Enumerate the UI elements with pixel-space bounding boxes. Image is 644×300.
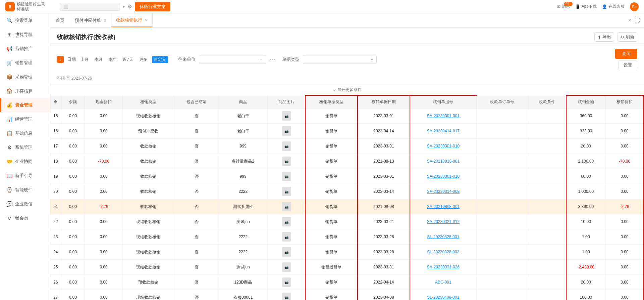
- row-bill-type: 销货单: [305, 109, 358, 124]
- table-row: 15 0.00 0.00 现结收款核销 否 老白干 📷 销货单 2023-03-…: [50, 109, 644, 124]
- page-title: 收款核销执行(按收款): [57, 33, 115, 41]
- col-amount: 核销金额: [566, 95, 606, 109]
- row-bill-no[interactable]: SA-20230314-008: [410, 184, 477, 199]
- row-discount: 0.00: [606, 275, 644, 290]
- partner-input[interactable]: ⋯: [199, 55, 266, 64]
- tab-prepay-close-icon[interactable]: ×: [104, 18, 106, 23]
- row-bill-no[interactable]: SA-20230414-017: [410, 124, 477, 139]
- filter-expand-arrow[interactable]: »: [57, 56, 64, 63]
- row-bill-type: 销货单: [305, 214, 358, 229]
- tab-expand-icon[interactable]: ⛶: [633, 16, 641, 25]
- row-order-no: [476, 229, 528, 245]
- bill-no-link[interactable]: ABC-001: [435, 280, 451, 285]
- row-condition: [528, 124, 566, 139]
- top-bar-right: ✉ 消息 99+ 📱 App下载 👤 在线客服 Rit: [557, 2, 639, 11]
- sidebar-item-enterprise[interactable]: 🤝 企业协同: [0, 155, 50, 169]
- row-bill-no[interactable]: SA-20230301-010: [410, 169, 477, 184]
- query-button[interactable]: 查询: [615, 49, 637, 59]
- row-order-no: [476, 260, 528, 275]
- gear-icon[interactable]: ⚙: [127, 3, 132, 10]
- sidebar-item-inventory[interactable]: 🏠 库存核算: [0, 84, 50, 98]
- logo: 6 畅捷通谱好生意 标准版: [5, 2, 56, 11]
- row-bill-no[interactable]: ABC-001: [410, 275, 477, 290]
- row-verify-type: 预收款核销: [122, 275, 174, 290]
- row-condition: [528, 290, 566, 300]
- sidebar-item-system[interactable]: ⚙ 系统管理: [0, 140, 50, 155]
- sidebar-item-purchase[interactable]: 📦 采购管理: [0, 70, 50, 84]
- bill-no-link[interactable]: SA-20230321-012: [427, 219, 460, 224]
- bill-no-link[interactable]: SA-20230301-001: [427, 114, 460, 118]
- app-download-button[interactable]: 📱 App下载: [575, 4, 597, 9]
- sidebar-item-quicknav[interactable]: ⊞ 快捷导航: [0, 28, 50, 42]
- row-id: 26: [50, 275, 61, 290]
- tab-prepay[interactable]: 预付冲应付单 ×: [70, 13, 111, 27]
- bill-no-link[interactable]: SL-20230328-001: [427, 234, 459, 239]
- date-link-last-month[interactable]: 上月: [79, 56, 90, 63]
- row-bill-no[interactable]: SL-20230328-001: [410, 229, 477, 245]
- user-avatar[interactable]: Rit: [630, 2, 639, 11]
- industry-button[interactable]: 休验行业方案: [135, 2, 170, 11]
- row-discount: 0.00: [606, 229, 644, 245]
- tab-verify[interactable]: 收款核销执行 ×: [111, 13, 153, 27]
- row-bill-type: 销货单: [305, 199, 358, 214]
- bill-no-link[interactable]: SA-20210813-001: [427, 159, 460, 164]
- table-settings-header[interactable]: ⚙: [50, 95, 61, 109]
- row-bill-no[interactable]: SA-20210813-001: [410, 154, 477, 169]
- bill-no-link[interactable]: SA-20230331-026: [427, 265, 460, 269]
- setting-button[interactable]: 设置: [619, 60, 637, 70]
- row-bill-no[interactable]: SL-20230408-001: [410, 290, 477, 300]
- bill-type-select[interactable]: ▾: [303, 55, 377, 64]
- tab-home[interactable]: 首页: [50, 13, 70, 27]
- row-bill-no[interactable]: SA-20230301-001: [410, 109, 477, 124]
- sidebar-item-marketing[interactable]: 📢 营销推广: [0, 42, 50, 56]
- sidebar-item-guide[interactable]: 📖 新手引导: [0, 169, 50, 183]
- inventory-icon: 🏠: [6, 88, 12, 94]
- row-verify-type: 收款核销: [122, 199, 174, 214]
- sidebar-item-search[interactable]: 🔍 搜索菜单: [0, 13, 50, 28]
- tab-close-all-icon[interactable]: ×: [627, 16, 633, 25]
- sidebar-item-member[interactable]: V 畅会员: [0, 211, 50, 225]
- row-discount: 0.00: [606, 245, 644, 260]
- dropdown-arrow-icon[interactable]: ▾: [123, 4, 125, 9]
- partner-more-icon[interactable]: ⋯: [269, 56, 275, 63]
- row-bill-no[interactable]: SA-20230331-026: [410, 260, 477, 275]
- date-link-custom[interactable]: 自定义: [152, 56, 168, 63]
- bill-no-link[interactable]: SL-20230408-001: [427, 295, 459, 300]
- sidebar-item-basic[interactable]: 📋 基础信息: [0, 126, 50, 140]
- bill-no-link[interactable]: SA-20230301-010: [427, 174, 460, 179]
- sidebar-item-operation[interactable]: 📊 经营管理: [0, 112, 50, 126]
- row-amount: 2,100.00: [566, 154, 606, 169]
- sidebar-item-sales[interactable]: 🛒 销售管理: [0, 56, 50, 70]
- main-content: 首页 预付冲应付单 × 收款核销执行 × × ⛶ 收款核销执行(按收款): [50, 13, 644, 300]
- sidebar-item-finance[interactable]: 💰 资金管理: [0, 98, 50, 112]
- bill-no-link[interactable]: SA-20230414-017: [427, 129, 460, 133]
- date-link-this-year[interactable]: 本年: [107, 56, 118, 63]
- row-bill-no[interactable]: SA-20230301-010: [410, 139, 477, 154]
- row-cash-discount: 0.00: [85, 229, 122, 245]
- row-cash-discount: 0.00: [85, 184, 122, 199]
- expand-conditions-button[interactable]: ∨ 展开更多条件: [333, 87, 362, 93]
- bill-no-link[interactable]: SA-20230314-008: [427, 189, 460, 194]
- date-link-7days[interactable]: 近7天: [121, 56, 135, 63]
- bill-no-link[interactable]: SL-20230328-002: [427, 250, 459, 254]
- export-button[interactable]: ⬆ 导出: [594, 32, 614, 42]
- row-bill-date: 2023-03-28: [358, 245, 410, 260]
- message-button[interactable]: ✉ 消息 99+: [557, 4, 570, 9]
- refresh-button[interactable]: ↻ 刷新: [618, 32, 637, 42]
- row-amount: 100.00: [566, 290, 606, 300]
- online-service-button[interactable]: 👤 在线客服: [602, 4, 625, 9]
- sidebar-item-wechat[interactable]: 💬 企业微信: [0, 197, 50, 211]
- row-balance: 0.00: [61, 229, 85, 245]
- date-link-more[interactable]: 更多: [138, 56, 149, 63]
- top-search-box[interactable]: ⬜: [60, 3, 120, 11]
- row-bill-date: 2023-04-14: [358, 124, 410, 139]
- row-balance: 0.00: [61, 260, 85, 275]
- row-bill-no[interactable]: SA-20230321-012: [410, 214, 477, 229]
- bill-no-link[interactable]: SA-20230301-010: [427, 144, 460, 148]
- row-bill-no[interactable]: SL-20230328-002: [410, 245, 477, 260]
- row-bill-no[interactable]: SA-20210808-001: [410, 199, 477, 214]
- sidebar-item-hardware[interactable]: ⌚ 智能硬件: [0, 183, 50, 197]
- bill-no-link[interactable]: SA-20210808-001: [427, 204, 460, 209]
- tab-verify-close-icon[interactable]: ×: [145, 17, 148, 23]
- date-link-this-month[interactable]: 本月: [93, 56, 104, 63]
